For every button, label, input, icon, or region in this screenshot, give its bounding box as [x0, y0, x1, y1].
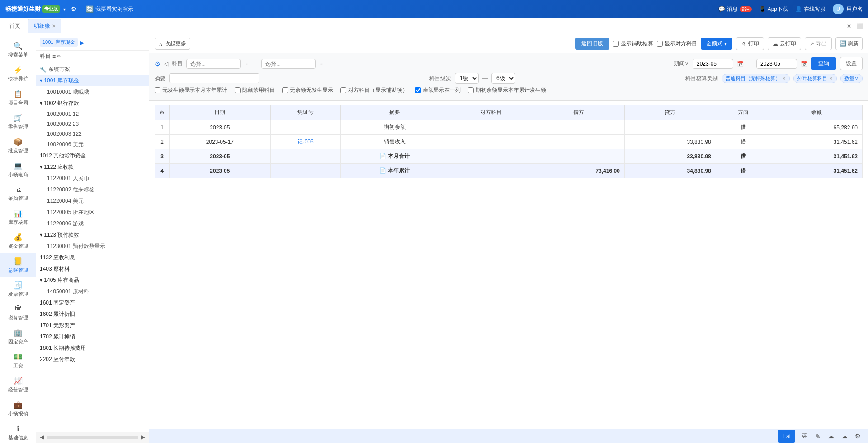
th-settings[interactable]: ⚙ — [155, 105, 170, 120]
online-service-btn[interactable]: 👤 在线客服 — [795, 5, 826, 13]
period-start[interactable] — [693, 59, 733, 69]
checkbox-hide-disabled[interactable]: 隐藏禁用科目 — [235, 86, 275, 94]
account-filter-input[interactable] — [186, 59, 241, 69]
sidebar-item-expense[interactable]: 💼 小畅报销 — [0, 397, 36, 421]
tree-item-1405[interactable]: ▾ 1405 库存商品 — [36, 275, 149, 286]
sidebar-item-ecommerce[interactable]: 💻 小畅电商 — [0, 158, 36, 182]
calendar-icon-2[interactable]: 📅 — [801, 61, 807, 67]
tree-item-1122[interactable]: ▾ 1122 应收款 — [36, 162, 149, 173]
sidebar-item-retail[interactable]: 🛒 零售管理 — [0, 110, 36, 134]
tree-item-11220002[interactable]: 11220002 往来标签 — [36, 184, 149, 195]
sidebar-item-inventory[interactable]: 📊 库存核算 — [0, 205, 36, 229]
sidebar-item-management[interactable]: 📈 经营管理 — [0, 373, 36, 397]
demo-link[interactable]: 🔄 我要看实例演示 — [86, 5, 133, 13]
sidebar-item-payroll[interactable]: 💵 工资 — [0, 349, 36, 373]
tree-item-11220001[interactable]: 11220001 人民币 — [36, 173, 149, 184]
tree-item-2202[interactable]: 2202 应付年款 — [36, 354, 149, 365]
sidebar-item-assets[interactable]: 🏢 固定资产 — [0, 325, 36, 349]
lang-btn[interactable]: 英 — [799, 431, 810, 441]
style-btn[interactable]: 金额式 ▾ — [701, 38, 732, 50]
back-btn[interactable]: 返回旧版 — [575, 38, 609, 50]
sidebar-item-ledger[interactable]: 📒 总账管理 — [0, 253, 36, 277]
tag-remove-2[interactable]: ✕ — [829, 76, 833, 81]
next-account-btn[interactable]: ▶ — [80, 39, 85, 46]
list-icon[interactable]: ≡ — [52, 53, 56, 60]
filter-icon[interactable]: ⚙ — [155, 60, 160, 67]
filter-arrow[interactable]: ◁ — [164, 61, 168, 67]
settings-bottom-icon[interactable]: ⚙ — [853, 432, 863, 441]
level-start-select[interactable]: 1级2级3级 — [455, 73, 479, 84]
tree-item-1002[interactable]: ▾ 1002 银行存款 — [36, 98, 149, 109]
period-end[interactable] — [756, 59, 797, 69]
sidebar-item-nav[interactable]: ⚡ 快捷导航 — [0, 62, 36, 86]
user-area[interactable]: U 用户名 — [833, 4, 863, 14]
sidebar-item-tax[interactable]: 🏛 税务管理 — [0, 301, 36, 325]
tree-item-10020002[interactable]: 10020002 23 — [36, 119, 149, 129]
tree-item-1602[interactable]: 1602 累计折旧 — [36, 309, 149, 320]
show-opposite-input[interactable] — [657, 41, 663, 47]
check-no-balance[interactable] — [282, 87, 288, 93]
refresh-btn[interactable]: 🔄 刷新 — [835, 37, 863, 50]
show-opposite-check[interactable]: 显示对方科目 — [657, 40, 697, 48]
check-balance-col[interactable] — [415, 87, 421, 93]
level-end-select[interactable]: 6级3级4级5级 — [491, 73, 515, 84]
eat-btn[interactable]: Eat — [778, 430, 795, 443]
checkbox-balance-col[interactable]: 余额显示在一列 — [415, 86, 461, 94]
show-assist-input[interactable] — [613, 41, 619, 47]
tree-item-1702[interactable]: 1702 累计摊销 — [36, 331, 149, 343]
tag-remove-1[interactable]: ✕ — [782, 76, 786, 81]
cloud-icon-2[interactable]: ☁ — [840, 432, 849, 441]
tab-detail-close[interactable]: ✕ — [52, 24, 56, 29]
tree-item-11220004[interactable]: 11220004 美元 — [36, 195, 149, 207]
logo-dropdown[interactable]: ▾ — [63, 7, 66, 12]
voucher-link[interactable]: 记-006 — [297, 138, 314, 145]
summary-input[interactable] — [169, 73, 259, 83]
cloud-print-btn[interactable]: ☁ 云打印 — [768, 37, 801, 50]
check-no-amount[interactable] — [155, 87, 160, 93]
settings-icon[interactable]: ⚙ — [71, 5, 77, 13]
scroll-right[interactable]: ▶ — [141, 434, 145, 441]
checkbox-no-balance[interactable]: 无余额无发生显示 — [282, 86, 333, 94]
tree-item-14050001[interactable]: 14050001 原材料 — [36, 286, 149, 297]
tree-item-1001[interactable]: ▾ 1001 库存现金 — [36, 75, 149, 86]
edit-icon[interactable]: ✏ — [57, 53, 61, 60]
scroll-left[interactable]: ◀ — [40, 434, 44, 441]
export-btn[interactable]: ↗ 导出 — [805, 37, 832, 50]
tree-item-1123[interactable]: ▾ 1123 预付款数 — [36, 229, 149, 241]
checkbox-opposite[interactable]: 对方科目（显示辅助项） — [340, 86, 408, 94]
checkbox-opening[interactable]: 期初余额显示本年累计发生额 — [468, 86, 546, 94]
selected-account[interactable]: 1001 库存现金 — [40, 38, 78, 47]
tree-item-1701[interactable]: 1701 无形资产 — [36, 320, 149, 331]
tree-item-1801[interactable]: 1801 长期待摊费用 — [36, 343, 149, 354]
checkbox-no-amount[interactable]: 无发生额显示本月本年累计 — [155, 86, 227, 94]
scroll-thumb[interactable] — [47, 436, 138, 439]
sidebar-item-wholesale[interactable]: 📦 批发管理 — [0, 134, 36, 158]
message-btn[interactable]: 💬 消息 99+ — [718, 5, 752, 13]
query-btn[interactable]: 查询 — [811, 57, 836, 70]
tree-item-1403[interactable]: 1403 原材料 — [36, 263, 149, 275]
check-opening[interactable] — [468, 87, 474, 93]
sidebar-item-invoice[interactable]: 🧾 发票管理 — [0, 277, 36, 301]
tab-maximize[interactable]: ⬜ — [855, 22, 864, 31]
show-assist-check[interactable]: 显示辅助核算 — [613, 40, 653, 48]
tab-close-all[interactable]: ✕ — [844, 22, 854, 31]
app-download-btn[interactable]: 📱 App下载 — [759, 5, 788, 13]
tree-item-1601[interactable]: 1601 固定资产 — [36, 297, 149, 309]
account-filter-input2[interactable] — [261, 59, 316, 69]
cloud-icon-1[interactable]: ☁ — [826, 432, 836, 441]
tree-item-11220005[interactable]: 11220005 所在地区 — [36, 207, 149, 218]
tab-home[interactable]: 首页 — [4, 19, 26, 33]
sidebar-item-contract[interactable]: 📋 项目合同 — [0, 86, 36, 110]
edit-tool-icon[interactable]: ✎ — [813, 432, 822, 441]
check-opposite[interactable] — [340, 87, 346, 93]
sidebar-item-purchase[interactable]: 🛍 采购管理 — [0, 182, 36, 205]
tree-item-10020006[interactable]: 10020006 美元 — [36, 139, 149, 150]
tree-item-1012[interactable]: 1012 其他货币资金 — [36, 150, 149, 162]
tab-detail[interactable]: 明细账 ✕ — [28, 19, 61, 33]
more-btn[interactable]: ∧ 收起更多 — [155, 38, 190, 50]
tree-item-10020001[interactable]: 10020001 12 — [36, 109, 149, 119]
sidebar-item-search[interactable]: 🔍 搜索菜单 — [0, 38, 36, 62]
tree-item-10020003[interactable]: 10020003 122 — [36, 129, 149, 139]
print-btn[interactable]: 🖨 打印 — [736, 37, 764, 50]
check-hide-disabled[interactable] — [235, 87, 241, 93]
